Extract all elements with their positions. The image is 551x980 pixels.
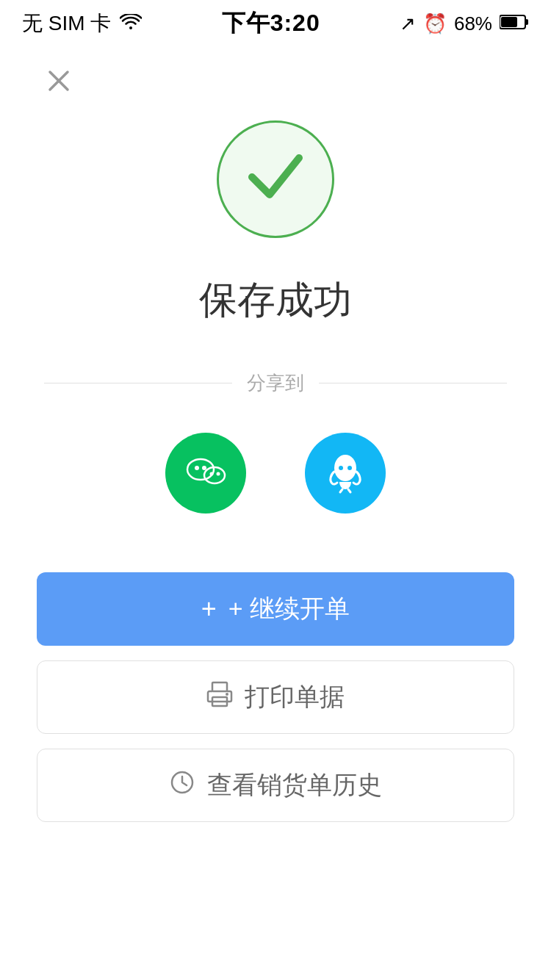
share-label: 分享到 <box>247 370 304 396</box>
location-icon: ↗ <box>400 12 416 35</box>
svg-point-16 <box>226 693 228 696</box>
status-right: ↗ ⏰ 68% <box>400 12 529 35</box>
checkmark-icon <box>246 149 305 210</box>
continue-button[interactable]: + + 继续开单 <box>37 572 514 646</box>
success-title: 保存成功 <box>199 275 352 326</box>
svg-rect-1 <box>525 19 528 25</box>
status-left: 无 SIM 卡 <box>22 10 142 37</box>
action-buttons: + + 继续开单 打印单据 查看销货单历 <box>0 572 551 822</box>
svg-rect-2 <box>501 17 517 27</box>
print-icon <box>206 681 233 714</box>
divider-left <box>44 383 232 383</box>
close-button[interactable] <box>37 59 81 103</box>
alarm-icon: ⏰ <box>423 12 447 35</box>
main-content: 保存成功 分享到 <box>0 47 551 822</box>
plus-icon: + <box>201 594 217 624</box>
print-button[interactable]: 打印单据 <box>37 660 514 734</box>
continue-label: + 继续开单 <box>228 592 350 626</box>
svg-point-12 <box>339 466 343 470</box>
print-label: 打印单据 <box>245 680 345 714</box>
share-icons-row <box>165 433 386 514</box>
wechat-share-button[interactable] <box>165 433 246 514</box>
history-label: 查看销货单历史 <box>207 768 382 802</box>
svg-point-10 <box>217 472 220 476</box>
battery-icon <box>500 12 529 35</box>
svg-point-13 <box>347 466 352 470</box>
status-bar: 无 SIM 卡 下午3:20 ↗ ⏰ 68% <box>0 0 551 47</box>
qq-share-button[interactable] <box>305 433 386 514</box>
svg-point-5 <box>187 459 214 480</box>
divider-right <box>319 383 507 383</box>
share-divider: 分享到 <box>0 370 551 396</box>
history-button[interactable]: 查看销货单历史 <box>37 749 514 822</box>
history-icon <box>169 769 195 802</box>
wifi-icon <box>120 12 142 35</box>
svg-point-7 <box>195 466 199 470</box>
sim-status: 无 SIM 卡 <box>22 10 111 37</box>
svg-rect-14 <box>212 682 227 691</box>
svg-point-8 <box>202 466 206 470</box>
battery-percent: 68% <box>454 12 492 35</box>
status-time: 下午3:20 <box>222 7 320 40</box>
svg-point-9 <box>210 472 214 476</box>
success-circle <box>217 120 334 238</box>
svg-point-11 <box>334 455 356 481</box>
